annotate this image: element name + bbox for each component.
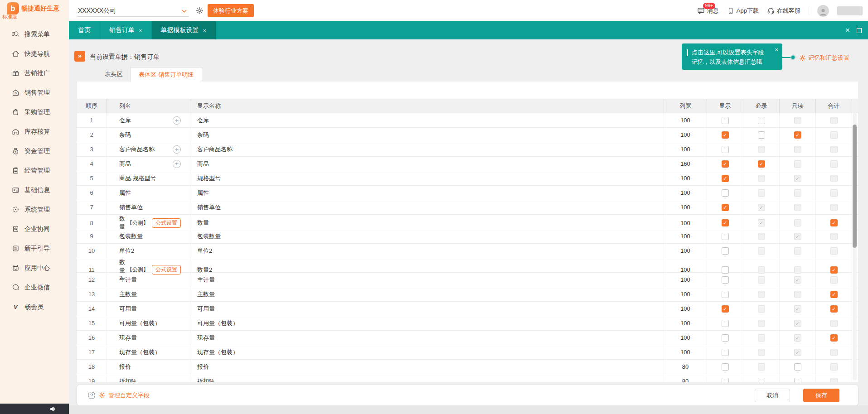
speaker-icon[interactable] [50,406,56,412]
checkbox-required[interactable] [758,117,765,124]
cell-checkbox-readonly [780,345,816,359]
help-icon[interactable]: ? [88,392,95,399]
online-support-button[interactable]: 在线客服 [767,7,800,15]
sidebar-item-funds[interactable]: ¥资金管理 [0,141,69,161]
checkbox-display[interactable] [722,219,729,226]
cell-checkbox-required [743,113,780,127]
checkbox-required [758,219,765,226]
column-header-8: 合计 [816,99,852,113]
checkbox-readonly[interactable] [794,131,801,139]
tab-close-icon[interactable]: × [203,27,207,34]
add-column-icon[interactable]: + [173,160,181,168]
sidebar-item-home[interactable]: 快捷导航 [0,44,69,63]
sidebar-item-purchase[interactable]: 采购管理 [0,102,69,122]
table-row: 6属性属性100 [77,186,858,200]
column-name-label: 可用量（包装） [119,319,160,327]
add-column-icon[interactable]: + [173,145,181,154]
cell-checkbox-display [707,171,743,185]
checkbox-display[interactable] [722,305,729,313]
checkbox-required [758,204,765,211]
user-name-placeholder[interactable] [837,6,863,15]
avatar[interactable] [817,5,829,17]
checkbox-display[interactable] [722,291,729,298]
checkbox-total[interactable] [830,305,838,313]
checkbox-readonly[interactable] [794,363,801,371]
checkbox-display[interactable] [722,175,729,182]
checkbox-required[interactable] [758,160,765,168]
close-all-icon[interactable]: × [845,26,850,35]
cell-display-name: 主计量 [190,273,664,287]
save-button[interactable]: 保存 [803,389,839,402]
checkbox-display[interactable] [722,189,729,197]
checkbox-readonly[interactable] [794,378,801,383]
sidebar-item-member[interactable]: V畅会员 [0,297,69,317]
tab-header-area[interactable]: 表头区 [97,67,130,82]
sidebar-item-operations[interactable]: 经营管理 [0,161,69,180]
checkbox-display[interactable] [722,131,729,139]
checkbox-display[interactable] [722,247,729,255]
formula-settings-button[interactable]: 公式设置 [152,218,181,228]
checkbox-display[interactable] [722,266,729,274]
add-column-icon[interactable]: + [173,116,181,125]
beta-label: 【公测】 [127,219,149,227]
tooltip-close-icon[interactable]: × [775,46,778,53]
sidebar-item-label: 营销推广 [24,69,50,77]
sidebar-item-wecom[interactable]: 企业微信 [0,278,69,297]
sidebar-item-collab[interactable]: 企业协同 [0,219,69,239]
checkbox-display[interactable] [722,363,729,371]
doc-tab-首页[interactable]: 首页 [69,21,100,39]
messages-badge: 99+ [703,3,715,9]
industry-solution-button[interactable]: 体验行业方案 [208,4,254,17]
cell-column-width: 100 [664,345,707,359]
checkbox-display[interactable] [722,378,729,383]
restore-window-icon[interactable] [857,28,862,33]
cell-checkbox-display [707,113,743,127]
column-name-label: 主数量 [119,290,137,298]
cell-display-name: 折扣% [190,374,664,382]
sidebar-item-gift[interactable]: 营销推广 [0,63,69,83]
sidebar-item-search[interactable]: 搜索菜单 [0,24,69,44]
cell-display-name: 仓库 [190,113,664,127]
settings-gear-icon[interactable] [196,7,204,14]
cancel-button[interactable]: 取消 [755,389,790,402]
checkbox-display[interactable] [722,320,729,327]
sidebar-item-appcenter[interactable]: 应用中心 [0,258,69,278]
app-download-button[interactable]: App下载 [727,7,759,15]
checkbox-required[interactable] [758,131,765,139]
tab-body-area[interactable]: 表体区-销售订单明细 [130,67,202,82]
checkbox-total[interactable] [830,334,838,342]
checkbox-required [758,175,765,182]
sidebar-item-info[interactable]: 基础信息 [0,180,69,200]
tab-close-icon[interactable]: × [139,27,142,34]
checkbox-display[interactable] [722,204,729,211]
manage-custom-fields-link[interactable]: 管理自定义字段 [108,391,150,400]
checkbox-readonly [794,160,801,168]
column-name-label: 现存量（包装） [119,348,160,356]
checkbox-display[interactable] [722,233,729,240]
checkbox-display[interactable] [722,117,729,124]
checkbox-display[interactable] [722,276,729,284]
sidebar-item-newbie[interactable]: 新新手引导 [0,239,69,258]
checkbox-total[interactable] [830,266,838,274]
tooltip-connector-dot [790,55,795,60]
company-selector[interactable]: XXXXXX公司 [77,5,189,17]
checkbox-display[interactable] [722,334,729,342]
checkbox-display[interactable] [722,349,729,356]
column-name-label: 商品 [119,160,131,168]
checkbox-total[interactable] [830,219,838,226]
memory-summary-settings-link[interactable]: 记忆和汇总设置 [799,54,849,62]
sidebar-item-system[interactable]: 系统管理 [0,200,69,219]
messages-button[interactable]: 消息 99+ [697,7,719,15]
doc-tab-单据模板设置[interactable]: 单据模板设置× [152,21,216,39]
cell-column-width: 100 [664,171,707,185]
scrollbar-thumb[interactable] [853,125,857,248]
cell-column-width: 100 [664,113,707,127]
checkbox-required[interactable] [758,378,765,383]
tooltip-connector-line [782,57,790,58]
doc-tab-销售订单[interactable]: 销售订单× [100,21,152,39]
checkbox-display[interactable] [722,160,729,168]
sidebar-item-inventory[interactable]: 库存核算 [0,122,69,141]
sidebar-item-sales[interactable]: $销售管理 [0,83,69,102]
checkbox-total[interactable] [830,291,838,298]
checkbox-display[interactable] [722,146,729,153]
